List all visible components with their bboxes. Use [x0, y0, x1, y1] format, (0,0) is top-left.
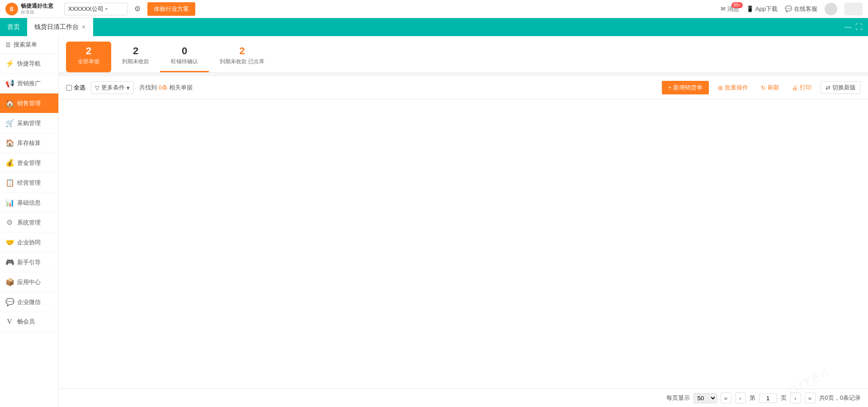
message-button[interactable]: ✉ 消息 99+ — [721, 5, 739, 13]
app-download-button[interactable]: 📱 App下载 — [746, 5, 778, 13]
app-logo-icon: 6 — [5, 3, 18, 15]
stat-tab-overdue-shipped[interactable]: 2 到期未收款 已出库 — [209, 42, 275, 72]
sidebar-item-basic-info[interactable]: 📊 基础信息 — [0, 193, 58, 213]
sidebar-item-app-center[interactable]: 📦 应用中心 — [0, 272, 58, 292]
batch-operation-button[interactable]: ⊞ 批量操作 — [714, 82, 752, 94]
company-selector[interactable]: XXXXXX公司 ▾ — [64, 3, 127, 15]
per-page-select[interactable]: 50 100 200 — [693, 393, 717, 403]
search-label: 搜索菜单 — [14, 41, 37, 49]
sidebar-item-label: 采购管理 — [17, 119, 41, 127]
sidebar-item-sales[interactable]: 🏠 销售管理 — [0, 94, 58, 113]
sidebar-item-system[interactable]: ⚙ 系统管理 — [0, 213, 58, 233]
sidebar-item-label: 库存核算 — [17, 139, 41, 147]
toolbar: 全选 ▽ 更多条件 ▾ 共找到 0条 相关单据 + 新增销货单 ⊞ 批量操作 — [59, 76, 868, 99]
quick-nav-icon: ⚡ — [5, 59, 14, 68]
close-tab-icon[interactable]: ✕ — [81, 24, 86, 30]
enterprise-icon: 🤝 — [5, 238, 14, 247]
maximize-icon[interactable]: ⛶ — [855, 23, 863, 31]
first-page-button[interactable]: « — [721, 393, 731, 403]
minimize-icon[interactable]: — — [844, 23, 852, 31]
sidebar-item-label: 基础信息 — [17, 199, 41, 207]
stat-all-number: 2 — [86, 45, 91, 57]
pagination-bar: 每页显示 50 100 200 « ‹ 第 页 › » 共0页，0条记录 — [59, 388, 868, 407]
stat-overdue-shipped-label: 到期未收款 已出库 — [220, 58, 264, 65]
sidebar-item-label: 经营管理 — [17, 179, 41, 187]
table-area — [59, 99, 868, 388]
batch-label: 批量操作 — [725, 84, 748, 92]
inventory-icon: 🏠 — [5, 139, 14, 147]
sidebar-item-weixin[interactable]: 💬 企业微信 — [0, 292, 58, 312]
marketing-icon: 📢 — [5, 79, 14, 88]
finance-icon: 💰 — [5, 159, 14, 167]
switch-icon: ⇄ — [826, 84, 830, 91]
sidebar-item-purchase[interactable]: 🛒 采购管理 — [0, 113, 58, 133]
select-all-checkbox[interactable] — [66, 85, 72, 91]
sidebar-item-label: 企业协同 — [17, 239, 41, 247]
message-icon: ✉ — [721, 5, 726, 12]
sidebar-item-marketing[interactable]: 📢 营销推广 — [0, 74, 58, 94]
print-label: 打印 — [800, 84, 811, 92]
tab-workbench[interactable]: 钱货日清工作台 ✕ — [27, 18, 93, 36]
content-area: 2 全部单据 2 到期未收款 0 旺铺待确认 2 到期未收款 已出库 全选 — [59, 36, 868, 407]
top-header: 6 畅捷通好生意 标准版 XXXXXX公司 ▾ ⚙ 体验行业方案 ✉ 消息 99… — [0, 0, 868, 18]
sidebar: ☰ 搜索菜单 ⚡ 快捷导航 📢 营销推广 🏠 销售管理 🛒 采购管理 🏠 库存核… — [0, 36, 59, 407]
toolbar-right: + 新增销货单 ⊞ 批量操作 ↻ 刷新 🖨 打印 ⇄ 切换新版 — [662, 81, 861, 94]
stat-tab-all[interactable]: 2 全部单据 — [66, 42, 111, 72]
stat-overdue-shipped-number: 2 — [240, 45, 245, 57]
sidebar-item-finance[interactable]: 💰 资金管理 — [0, 153, 58, 173]
sidebar-item-operations[interactable]: 📋 经营管理 — [0, 173, 58, 193]
sidebar-item-quick-nav[interactable]: ⚡ 快捷导航 — [0, 54, 58, 74]
chevron-down-icon: ▾ — [105, 6, 108, 11]
add-sales-order-button[interactable]: + 新增销货单 — [662, 81, 709, 94]
page-number-input[interactable] — [759, 393, 777, 403]
stat-wangpu-label: 旺铺待确认 — [171, 58, 198, 65]
prev-page-button[interactable]: ‹ — [735, 393, 746, 403]
nav-tabs: 首页 钱货日清工作台 ✕ — ⛶ — [0, 18, 868, 36]
sidebar-search[interactable]: ☰ 搜索菜单 — [0, 36, 58, 54]
print-button[interactable]: 🖨 打印 — [788, 82, 815, 94]
sidebar-item-label: 应用中心 — [17, 278, 41, 286]
avatar[interactable] — [825, 3, 837, 15]
found-count: 0条 — [159, 84, 168, 91]
sidebar-item-member[interactable]: V 畅会员 — [0, 312, 58, 332]
switch-version-button[interactable]: ⇄ 切换新版 — [821, 81, 861, 94]
weixin-icon: 💬 — [5, 298, 14, 306]
stat-overdue-label: 到期未收款 — [122, 58, 149, 65]
online-service-button[interactable]: 💬 在线客服 — [785, 5, 817, 13]
sidebar-item-enterprise[interactable]: 🤝 企业协同 — [0, 233, 58, 253]
found-text: 共找到 0条 相关单据 — [139, 84, 193, 92]
sales-icon: 🏠 — [5, 99, 14, 108]
user-menu[interactable] — [844, 3, 863, 15]
basic-info-icon: 📊 — [5, 198, 14, 207]
purchase-icon: 🛒 — [5, 119, 14, 127]
tab-home[interactable]: 首页 — [0, 18, 27, 36]
sidebar-item-label: 销售管理 — [17, 99, 41, 108]
last-page-button[interactable]: » — [805, 393, 816, 403]
experience-button[interactable]: 体验行业方案 — [147, 2, 195, 16]
refresh-icon: ↻ — [761, 84, 766, 91]
total-records-label: 共0页，0条记录 — [819, 394, 861, 402]
sidebar-item-beginner[interactable]: 🎮 新手引导 — [0, 253, 58, 272]
service-icon: 💬 — [785, 5, 792, 12]
app-center-icon: 📦 — [5, 278, 14, 286]
stat-wangpu-number: 0 — [182, 45, 187, 57]
app-title: 畅捷通好生意 — [21, 3, 53, 9]
stat-tab-overdue[interactable]: 2 到期未收款 — [111, 42, 160, 72]
tab-home-label: 首页 — [7, 23, 20, 31]
select-all-area[interactable]: 全选 — [66, 84, 85, 92]
settings-button[interactable]: ⚙ — [131, 3, 144, 15]
stat-tab-wangpu[interactable]: 0 旺铺待确认 — [160, 42, 209, 72]
sidebar-item-label: 企业微信 — [17, 298, 41, 306]
member-icon: V — [5, 318, 14, 326]
refresh-button[interactable]: ↻ 刷新 — [757, 82, 783, 94]
stat-all-label: 全部单据 — [78, 58, 99, 65]
stats-tabs: 2 全部单据 2 到期未收款 0 旺铺待确认 2 到期未收款 已出库 — [59, 36, 868, 73]
header-right: ✉ 消息 99+ 📱 App下载 💬 在线客服 — [721, 3, 863, 15]
next-page-button[interactable]: › — [790, 393, 801, 403]
app-subtitle: 标准版 — [21, 9, 53, 15]
sidebar-item-inventory[interactable]: 🏠 库存核算 — [0, 133, 58, 153]
filter-label: 更多条件 — [101, 84, 125, 92]
filter-button[interactable]: ▽ 更多条件 ▾ — [91, 81, 134, 94]
beginner-icon: 🎮 — [5, 258, 14, 267]
download-icon: 📱 — [746, 5, 754, 12]
